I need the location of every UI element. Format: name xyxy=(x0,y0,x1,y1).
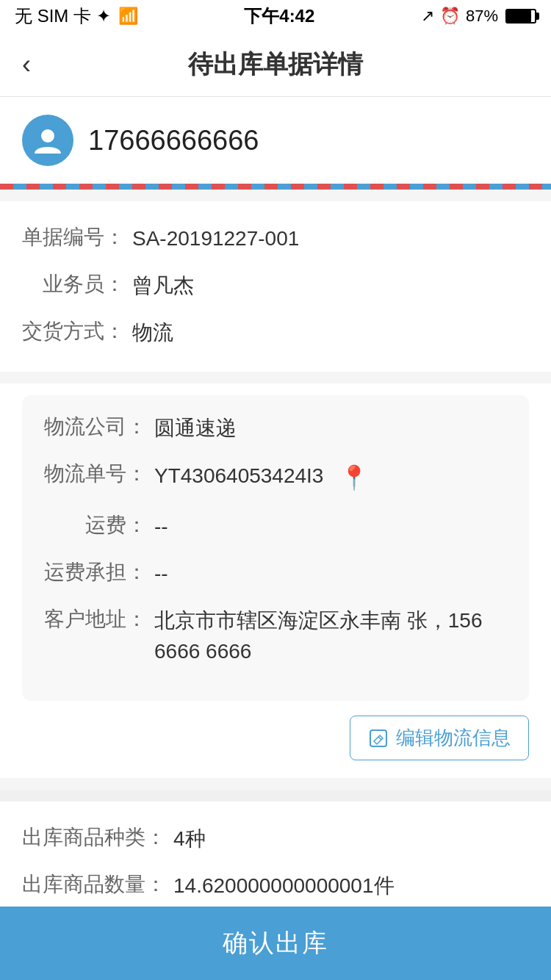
svg-line-2 xyxy=(378,737,381,740)
goods-quantity-value: 14.620000000000001件 xyxy=(173,871,529,901)
salesman-value: 曾凡杰 xyxy=(132,270,529,301)
battery-icon xyxy=(505,9,536,24)
avatar xyxy=(22,115,73,166)
goods-types-value: 4种 xyxy=(173,824,529,854)
goods-quantity-label: 出库商品数量： xyxy=(22,871,166,898)
location-icon: ↗ xyxy=(421,7,434,26)
svg-point-0 xyxy=(41,129,54,143)
status-bar-left: 无 SIM 卡 ✦ 📶 xyxy=(15,4,138,28)
edit-icon xyxy=(368,728,389,749)
section-separator xyxy=(0,790,551,801)
customer-phone: 17666666666 xyxy=(88,125,259,156)
status-bar-right: ↗ ⏰ 87% xyxy=(421,7,536,26)
tracking-row: 物流单号： YT43064053424I3 📍 xyxy=(44,460,507,495)
delivery-row: 交货方式： 物流 xyxy=(22,317,529,348)
goods-types-label: 出库商品种类： xyxy=(22,824,166,851)
wifi-icon: 📶 xyxy=(118,7,138,26)
customer-header: 17666666666 xyxy=(0,97,551,184)
alarm-icon: ⏰ xyxy=(440,7,460,26)
company-value: 圆通速递 xyxy=(154,413,507,444)
freight-label: 运费： xyxy=(44,511,147,539)
person-icon xyxy=(32,124,64,156)
battery-percent: 87% xyxy=(466,7,498,26)
edit-btn-row: 编辑物流信息 xyxy=(0,716,551,778)
goods-types-row: 出库商品种类： 4种 xyxy=(22,824,529,854)
freight-bearer-label: 运费承担： xyxy=(44,558,147,586)
delivery-label: 交货方式： xyxy=(22,317,125,345)
freight-bearer-row: 运费承担： -- xyxy=(44,558,507,589)
tracking-label: 物流单号： xyxy=(44,460,147,488)
address-label: 客户地址： xyxy=(44,605,147,633)
order-info-block: 单据编号： SA-20191227-001 业务员： 曾凡杰 交货方式： 物流 xyxy=(0,201,551,372)
goods-quantity-row: 出库商品数量： 14.620000000000001件 xyxy=(22,871,529,901)
svg-rect-1 xyxy=(370,730,386,746)
order-no-row: 单据编号： SA-20191227-001 xyxy=(22,223,529,254)
tracking-value: YT43064053424I3 📍 xyxy=(154,460,507,495)
back-button[interactable]: ‹ xyxy=(22,49,31,80)
order-no-value: SA-20191227-001 xyxy=(132,223,529,254)
confirm-bar[interactable]: 确认出库 xyxy=(0,907,551,980)
freight-row: 运费： -- xyxy=(44,511,507,542)
edit-logistics-button[interactable]: 编辑物流信息 xyxy=(350,716,529,760)
freight-value: -- xyxy=(154,511,507,542)
page-title: 待出库单据详情 xyxy=(188,48,363,82)
freight-bearer-value: -- xyxy=(154,558,507,589)
company-label: 物流公司： xyxy=(44,413,147,441)
location-link-icon[interactable]: 📍 xyxy=(339,460,369,495)
dashed-divider xyxy=(0,184,551,190)
address-row: 客户地址： 北京市市辖区海淀区永丰南 张，156 6666 6666 xyxy=(44,605,507,667)
order-no-label: 单据编号： xyxy=(22,223,125,251)
delivery-value: 物流 xyxy=(132,317,529,348)
salesman-row: 业务员： 曾凡杰 xyxy=(22,270,529,301)
salesman-label: 业务员： xyxy=(22,270,125,298)
address-value: 北京市市辖区海淀区永丰南 张，156 6666 6666 xyxy=(154,605,507,667)
nav-bar: ‹ 待出库单据详情 xyxy=(0,32,551,97)
status-bar-time: 下午4:42 xyxy=(244,4,314,28)
sim-label: 无 SIM 卡 ✦ xyxy=(15,4,111,28)
logistics-card: 物流公司： 圆通速递 物流单号： YT43064053424I3 📍 运费： -… xyxy=(22,395,529,701)
confirm-button-label: 确认出库 xyxy=(223,926,328,960)
company-row: 物流公司： 圆通速递 xyxy=(44,413,507,444)
status-bar: 无 SIM 卡 ✦ 📶 下午4:42 ↗ ⏰ 87% xyxy=(0,0,551,32)
